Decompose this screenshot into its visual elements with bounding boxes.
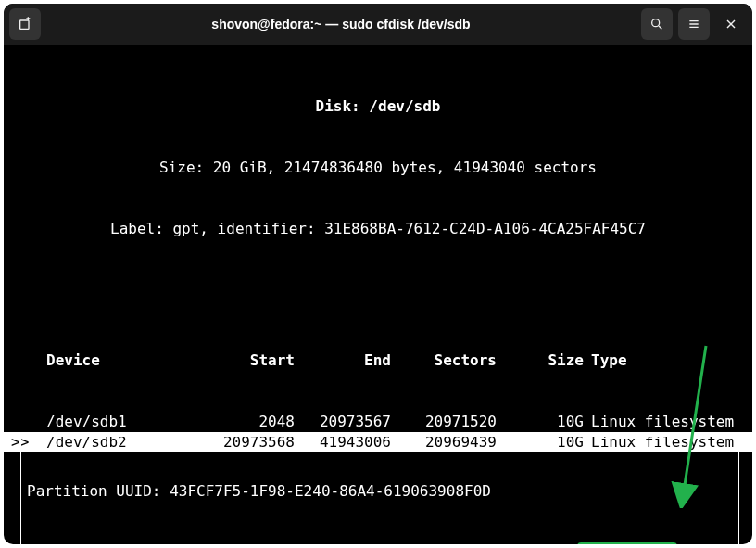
col-device: Device — [46, 350, 206, 371]
cell-start: 2048 — [206, 412, 295, 432]
titlebar: shovon@fedora:~ — sudo cfdisk /dev/sdb — [4, 4, 752, 45]
table-header-row: Device Start End Sectors Size Type — [4, 350, 752, 371]
menu-button[interactable] — [678, 8, 710, 40]
col-start: Start — [206, 350, 295, 371]
window-title: shovon@fedora:~ — sudo cfdisk /dev/sdb — [46, 17, 636, 32]
svg-line-4 — [659, 26, 662, 29]
partition-uuid: Partition UUID: 43FCF7F5-1F98-E240-86A4-… — [27, 481, 733, 502]
disk-size-line: Size: 20 GiB, 21474836480 bytes, 4194304… — [4, 158, 752, 178]
new-tab-button[interactable] — [9, 8, 41, 40]
table-row[interactable]: /dev/sdb12048209735672097152010GLinux fi… — [4, 412, 752, 432]
col-end: End — [295, 350, 391, 371]
cell-device: /dev/sdb1 — [46, 412, 206, 432]
close-icon — [724, 17, 738, 32]
svg-point-3 — [652, 19, 660, 27]
cell-type: Linux filesystem — [584, 412, 745, 432]
hamburger-icon — [687, 17, 701, 32]
col-type: Type — [584, 350, 745, 371]
svg-rect-0 — [20, 20, 29, 29]
cell-end: 20973567 — [295, 412, 391, 432]
col-size: Size — [497, 350, 584, 371]
cell-size: 10G — [497, 412, 584, 432]
disk-header: Disk: /dev/sdb — [4, 96, 752, 117]
terminal-content: Disk: /dev/sdb Size: 20 GiB, 21474836480… — [4, 45, 752, 544]
row-selector — [11, 412, 46, 432]
cell-sectors: 20971520 — [391, 412, 497, 432]
search-button[interactable] — [641, 8, 673, 40]
close-button[interactable] — [715, 8, 747, 40]
search-icon — [649, 17, 664, 32]
action-menu: [ Delete ][ Resize ][ Quit ][ Type ][ He… — [4, 504, 752, 544]
disk-label-line: Label: gpt, identifier: 31E868BA-7612-C2… — [4, 219, 752, 239]
terminal-window: shovon@fedora:~ — sudo cfdisk /dev/sdb D… — [4, 4, 752, 544]
col-sectors: Sectors — [391, 350, 497, 371]
